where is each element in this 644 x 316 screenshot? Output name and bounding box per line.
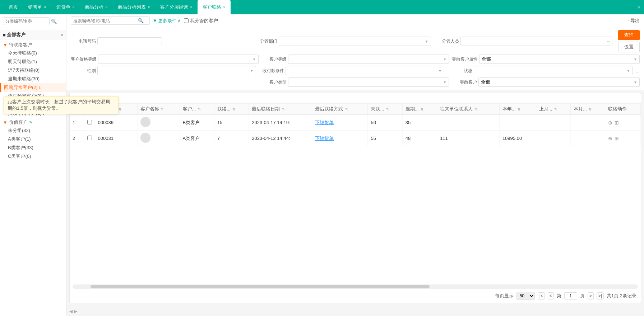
- action-icons: ⊕ ⊞: [608, 120, 638, 126]
- manager-select[interactable]: ···: [460, 37, 612, 46]
- sidebar-search-area: 🔍: [0, 14, 66, 28]
- payment-select[interactable]: ▼: [286, 66, 444, 75]
- search-icon[interactable]: 🔍: [51, 19, 57, 24]
- link-icon[interactable]: ⊕: [608, 120, 612, 126]
- cell-this-month: [570, 115, 605, 131]
- export-icon: ↑: [627, 18, 630, 23]
- avatar: [140, 133, 150, 143]
- status-select[interactable]: ▼: [474, 66, 633, 75]
- sidebar-item-overdue[interactable]: 逾期未联络(30): [0, 75, 66, 83]
- filter-row-2: 客户价格等级 ▼ 客户等级 ▼ 零散客户属性 全部: [71, 55, 640, 64]
- query-button[interactable]: 查询: [618, 30, 640, 40]
- phone-input[interactable]: [97, 37, 162, 45]
- close-icon[interactable]: ×: [44, 5, 46, 10]
- sidebar-search-input[interactable]: [3, 17, 50, 25]
- cell-last-method[interactable]: 下销货单: [312, 115, 368, 131]
- left-arrow-icon[interactable]: ◀: [69, 309, 73, 314]
- grid-icon[interactable]: ⊞: [615, 136, 619, 141]
- sidebar-item-tomorrow[interactable]: 明天待联络(1): [0, 57, 66, 66]
- table-scroll[interactable]: 客户编码 ⇅ 客户名称 ⇅ 客户... ⇅: [70, 104, 641, 284]
- next-page-button[interactable]: >: [588, 292, 594, 300]
- col-this-year[interactable]: 本年... ⇅: [499, 104, 536, 115]
- col-contacts[interactable]: 往来单位联系人 ⇅: [437, 104, 500, 115]
- more-dots[interactable]: ...: [635, 68, 640, 74]
- cell-type: A类客户: [180, 131, 214, 146]
- cell-checkbox[interactable]: [84, 115, 95, 131]
- export-button[interactable]: ↑ 导出: [627, 18, 640, 24]
- sidebar-group-value[interactable]: ▼ 价值客户 ✎: [0, 118, 66, 126]
- sort-icon: ⇅: [345, 107, 348, 111]
- sidebar-all-customers[interactable]: ■ 全部客户 »: [0, 30, 66, 40]
- col-unlinkable[interactable]: 未联... ⇅: [368, 104, 402, 115]
- retail-customer-select[interactable]: 全部 ▼: [478, 77, 640, 87]
- close-icon[interactable]: ×: [148, 5, 150, 10]
- col-contact-count[interactable]: 联络... ⇅: [214, 104, 249, 115]
- page-size-select[interactable]: 50 20 100: [516, 292, 535, 300]
- chevron-down-icon: ▼: [443, 80, 446, 84]
- nav-tab-purchase[interactable]: 进货单 ×: [51, 0, 80, 14]
- sidebar-item-b-class[interactable]: B类客户(33): [0, 143, 66, 152]
- sidebar-item-ungroup[interactable]: 未分组(32): [0, 126, 66, 135]
- customer-level-select[interactable]: ▼: [288, 55, 449, 64]
- col-this-month[interactable]: 本月... ⇅: [570, 104, 605, 115]
- setting-button[interactable]: 设置: [618, 42, 640, 52]
- last-page-button[interactable]: >|: [597, 292, 604, 300]
- table-toolbar: ⚙: [70, 93, 641, 104]
- col-last-method[interactable]: 最后联络方式 ⇅: [312, 104, 368, 115]
- row-checkbox[interactable]: [87, 120, 92, 124]
- retail-attr-select[interactable]: 全部 ▼: [479, 55, 640, 64]
- customer-type-select[interactable]: ▼: [288, 77, 449, 87]
- cell-last-method[interactable]: 下销货单: [312, 131, 368, 146]
- cell-contacts: 111: [437, 131, 500, 146]
- close-icon[interactable]: ×: [72, 5, 75, 10]
- my-customers-toggle[interactable]: 我分管的客户: [184, 18, 218, 24]
- col-name[interactable]: 客户名称 ⇅: [137, 104, 180, 115]
- sidebar-item-today[interactable]: 今天待联络(0): [0, 49, 66, 57]
- arrow-icon: ▼: [3, 42, 8, 48]
- col-type[interactable]: 客户... ⇅: [180, 104, 214, 115]
- col-last-date[interactable]: 最后联络日期 ⇅: [249, 104, 312, 115]
- cell-contact-count: 15: [214, 115, 249, 131]
- close-icon[interactable]: ×: [190, 5, 193, 10]
- sidebar-item-7days[interactable]: 近7天待联络(0): [0, 66, 66, 75]
- cell-checkbox[interactable]: [84, 131, 95, 146]
- gender-select[interactable]: ▼: [97, 66, 256, 75]
- my-customers-checkbox[interactable]: [184, 18, 189, 23]
- page-input[interactable]: [564, 292, 577, 300]
- row-checkbox[interactable]: [87, 136, 92, 140]
- nav-tab-sales[interactable]: 销售单 ×: [23, 0, 51, 14]
- nav-tab-product-analysis[interactable]: 商品分析 ×: [80, 0, 113, 14]
- collapse-icon[interactable]: »: [61, 32, 63, 37]
- close-icon[interactable]: ×: [105, 5, 108, 10]
- link-icon[interactable]: ⊕: [608, 136, 612, 141]
- department-select[interactable]: ▼: [279, 37, 431, 46]
- sidebar-item-c-class[interactable]: C类客户(6): [0, 152, 66, 161]
- info-icon[interactable]: ℹ: [39, 85, 41, 90]
- horizontal-scrollbar[interactable]: [73, 284, 638, 289]
- search-icon[interactable]: 🔍: [138, 18, 144, 23]
- close-icon[interactable]: ×: [223, 5, 226, 10]
- grid-icon[interactable]: ⊞: [615, 120, 619, 126]
- table-row: 2 000031 A类客户 7 2023-04-12 14:44: 下销货单: [70, 131, 641, 146]
- sidebar-item-a-class[interactable]: A类客户(1): [0, 135, 66, 143]
- sidebar-item-repurchase-abnormal[interactable]: 回购异常客户(2) ℹ: [0, 83, 66, 92]
- col-overdue[interactable]: 逾期... ⇅: [402, 104, 437, 115]
- nav-tab-customer-contact[interactable]: 客户联络 ×: [198, 0, 231, 14]
- col-last-month[interactable]: 上月... ⇅: [536, 104, 570, 115]
- cell-last-month: [536, 115, 570, 131]
- nav-tab-home[interactable]: 首页: [4, 0, 23, 14]
- sidebar-tree: ■ 全部客户 » ▼ 待联络客户 今天待联络(0) 明天待联络(1) 近7天待联…: [0, 28, 66, 316]
- prev-page-button[interactable]: <: [548, 292, 554, 300]
- cell-overdue: 48: [402, 131, 437, 146]
- search-input[interactable]: [73, 18, 138, 23]
- nav-tab-product-list[interactable]: 商品分析列表 ×: [113, 0, 155, 14]
- right-arrow-icon[interactable]: ▶: [74, 309, 77, 314]
- price-level-select[interactable]: ▼: [98, 55, 259, 64]
- close-all-button[interactable]: ×: [638, 4, 640, 10]
- first-page-button[interactable]: |<: [538, 292, 545, 300]
- more-conditions-btn[interactable]: ▼ 更多条件 ∧: [153, 18, 181, 24]
- nav-tab-customer-tier[interactable]: 客户分层经营 ×: [155, 0, 198, 14]
- scrollbar-thumb[interactable]: [91, 285, 430, 288]
- sidebar-group-pending[interactable]: ▼ 待联络客户: [0, 40, 66, 49]
- edit-icon[interactable]: ✎: [29, 120, 32, 125]
